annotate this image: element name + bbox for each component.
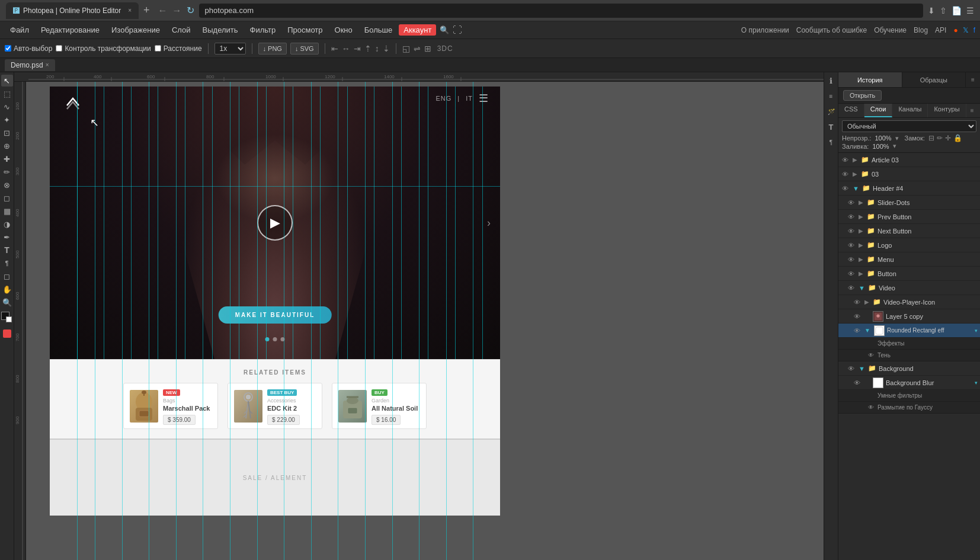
tab-samples[interactable]: Образцы bbox=[902, 72, 966, 87]
align-right-icon[interactable]: ⇥ bbox=[354, 44, 361, 53]
select-tool[interactable]: ⬚ bbox=[1, 88, 13, 100]
tab-layers[interactable]: Слои bbox=[864, 104, 893, 117]
browser-tab[interactable]: 🅿 Photopea | Online Photo Editor × bbox=[6, 2, 139, 19]
blog-link[interactable]: Blog bbox=[914, 26, 928, 34]
canvas-inner[interactable]: ENG | IT ☰ ▶ bbox=[26, 82, 824, 560]
transform-icon[interactable]: ◱ bbox=[402, 44, 410, 53]
gradient-tool[interactable]: ▦ bbox=[1, 205, 13, 217]
layer-slider-dots[interactable]: 👁 ▶ 📁 Slider-Dots bbox=[838, 196, 980, 210]
eraser-tool[interactable]: ◻ bbox=[1, 192, 13, 204]
layer-logo[interactable]: 👁 ▶ 📁 Logo bbox=[838, 238, 980, 252]
shadow-eye[interactable]: 👁 bbox=[868, 352, 875, 359]
menu-edit[interactable]: Редактирование bbox=[36, 23, 105, 37]
grid-icon[interactable]: ⊞ bbox=[424, 44, 431, 53]
flip-icon[interactable]: ⇌ bbox=[414, 44, 421, 53]
pen-tool[interactable]: ✒ bbox=[1, 231, 13, 243]
opacity-dropdown-icon[interactable]: ▾ bbox=[895, 135, 899, 142]
eye-icon-next-button[interactable]: 👁 bbox=[848, 228, 856, 235]
product-item-2[interactable]: BEST BUY Accessories EDC Kit 2 $ 229.00 bbox=[228, 383, 322, 429]
shape-tool[interactable]: ◻ bbox=[1, 270, 13, 282]
layer-menu[interactable]: 👁 ▶ 📁 Menu bbox=[838, 252, 980, 267]
arrow-menu[interactable]: ▶ bbox=[859, 256, 864, 263]
gaussian-blur-item[interactable]: 👁 Размытие по Гауссу bbox=[838, 402, 980, 414]
layer-background-blur[interactable]: 👁 Background Blur ▾ bbox=[838, 376, 980, 390]
hand-tool[interactable]: ✋ bbox=[1, 283, 13, 295]
eye-icon-menu[interactable]: 👁 bbox=[848, 256, 856, 263]
brush-tool[interactable]: ✏ bbox=[1, 166, 13, 178]
facebook-icon[interactable]: f bbox=[973, 26, 975, 34]
crop-tool[interactable]: ⊡ bbox=[1, 127, 13, 139]
type-icon[interactable]: T bbox=[825, 121, 837, 133]
layer-03[interactable]: 👁 ▶ 📁 03 bbox=[838, 167, 980, 181]
layer-rounded-rect[interactable]: 👁 ▼ Rounded Rectangl eff ▾ bbox=[838, 324, 980, 338]
menu-view[interactable]: Просмотр bbox=[282, 23, 328, 37]
lasso-tool[interactable]: ∿ bbox=[1, 101, 13, 113]
arrow-next-button[interactable]: ▶ bbox=[859, 228, 864, 234]
sliders-icon[interactable]: ≡ bbox=[825, 90, 837, 102]
auto-select-checkbox[interactable]: Авто-выбор bbox=[5, 44, 52, 53]
menu-icon[interactable]: ☰ bbox=[966, 6, 974, 15]
layer-layer5copy[interactable]: 👁 Layer 5 copy bbox=[838, 309, 980, 324]
eye-icon-layer5copy[interactable]: 👁 bbox=[854, 313, 862, 320]
background-color[interactable] bbox=[6, 316, 12, 322]
align-top-icon[interactable]: ⇡ bbox=[364, 44, 371, 53]
api-link[interactable]: API bbox=[935, 26, 946, 34]
arrow-slider-dots[interactable]: ▶ bbox=[859, 199, 864, 206]
menu-account[interactable]: Аккаунт bbox=[399, 24, 436, 36]
healing-tool[interactable]: ✚ bbox=[1, 153, 13, 165]
zoom-tool[interactable]: 🔍 bbox=[1, 296, 13, 308]
stamp-tool[interactable]: ⊗ bbox=[1, 179, 13, 191]
menu-select[interactable]: Выделить bbox=[197, 23, 244, 37]
report-link[interactable]: Сообщить об ошибке bbox=[796, 26, 867, 34]
page-icon[interactable]: 📄 bbox=[952, 6, 962, 15]
eye-icon-background-folder[interactable]: 👁 bbox=[848, 365, 856, 372]
layer-video[interactable]: 👁 ▼ 📁 Video bbox=[838, 281, 980, 295]
forward-button[interactable]: → bbox=[172, 5, 182, 16]
chevron-video[interactable]: ▼ bbox=[859, 284, 866, 292]
lock-pixels-icon[interactable]: ✏ bbox=[937, 134, 943, 142]
layers-list[interactable]: 👁 ▶ 📁 Article 03 👁 ▶ 📁 03 👁 ▼ 📁 Header #… bbox=[838, 153, 980, 560]
hero-cta-button[interactable]: MAKE IT BEAUTIFUL bbox=[219, 306, 332, 324]
magic-wand-tool[interactable]: ✦ bbox=[1, 114, 13, 126]
tab-paths[interactable]: Контуры bbox=[928, 104, 966, 117]
layer-mode-select[interactable]: Обычный Умножение Экран bbox=[842, 120, 976, 132]
layer-next-button[interactable]: 👁 ▶ 📁 Next Button bbox=[838, 224, 980, 238]
address-bar[interactable] bbox=[199, 4, 923, 18]
text-tool[interactable]: T bbox=[1, 244, 13, 256]
layer-article03[interactable]: 👁 ▶ 📁 Article 03 bbox=[838, 153, 980, 167]
paragraph-icon[interactable]: ¶ bbox=[825, 136, 837, 148]
eye-icon-header4[interactable]: 👁 bbox=[842, 185, 850, 192]
panel-options-icon[interactable]: ≡ bbox=[966, 72, 980, 87]
reload-button[interactable]: ↻ bbox=[187, 5, 194, 16]
distance-checkbox[interactable]: Расстояние bbox=[155, 44, 202, 53]
eye-icon-background-blur[interactable]: 👁 bbox=[854, 379, 862, 386]
transform-checkbox[interactable]: Контроль трансформации bbox=[56, 44, 150, 53]
menu-layer[interactable]: Слой bbox=[166, 23, 196, 37]
tab-history[interactable]: История bbox=[838, 72, 902, 87]
download-icon[interactable]: ⬇ bbox=[928, 6, 935, 15]
align-center-icon[interactable]: ↔ bbox=[342, 44, 350, 53]
align-vcenter-icon[interactable]: ↕ bbox=[375, 44, 379, 53]
layers-options-icon[interactable]: ≡ bbox=[966, 104, 978, 117]
eye-icon-video[interactable]: 👁 bbox=[848, 284, 856, 292]
lock-position-icon[interactable]: ✛ bbox=[945, 134, 951, 142]
about-link[interactable]: О приложении bbox=[741, 26, 789, 34]
chevron-header4[interactable]: ▼ bbox=[853, 185, 860, 192]
twitter-icon[interactable]: 𝕏 bbox=[963, 26, 969, 34]
tab-channels[interactable]: Каналы bbox=[892, 104, 928, 117]
magic-icon[interactable]: 🪄 bbox=[825, 105, 837, 117]
product-item-1[interactable]: NEW Bags Marschall Pack $ 359.00 bbox=[123, 383, 218, 429]
product-item-3[interactable]: BUY Garden All Natural Soil $ 16.00 bbox=[332, 383, 427, 429]
file-tab-demo[interactable]: Demo.psd × bbox=[5, 59, 55, 71]
chevron-rounded-rect[interactable]: ▼ bbox=[864, 327, 872, 334]
zoom-select[interactable]: 1x 2x 0.5x bbox=[214, 43, 246, 55]
chevron-background[interactable]: ▼ bbox=[859, 365, 866, 372]
layer-video-player-icon[interactable]: 👁 ▶ 📁 Video-Player-Icon bbox=[838, 295, 980, 309]
eye-icon-button[interactable]: 👁 bbox=[848, 270, 856, 277]
tab-close[interactable]: × bbox=[128, 7, 132, 14]
eye-icon-video-player[interactable]: 👁 bbox=[854, 299, 862, 306]
menu-more[interactable]: Больше bbox=[359, 23, 398, 37]
eye-icon-prev-button[interactable]: 👁 bbox=[848, 213, 856, 220]
fullscreen-icon[interactable]: ⛶ bbox=[453, 25, 462, 36]
eye-icon-slider-dots[interactable]: 👁 bbox=[848, 199, 856, 206]
